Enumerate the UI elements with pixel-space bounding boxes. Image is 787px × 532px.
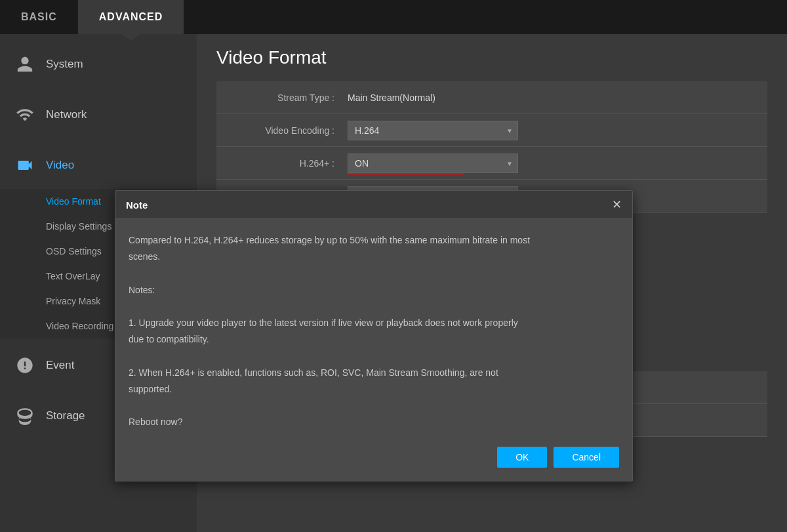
basic-tab[interactable]: BASIC — [0, 0, 78, 34]
dialog-line1: Compared to H.264, H.264+ reduces storag… — [129, 232, 619, 249]
video-icon — [13, 153, 37, 177]
dialog-note2: 2. When H.264+ is enabled, functions suc… — [129, 365, 619, 381]
h264plus-select-wrapper[interactable]: ON OFF — [348, 153, 518, 173]
video-encoding-row: Video Encoding : H.264 H.265 MJPEG — [216, 114, 767, 147]
sidebar-section-system: System — [0, 41, 197, 88]
system-label: System — [46, 58, 83, 71]
stream-type-row: Stream Type : Main Stream(Normal) — [216, 81, 767, 114]
sidebar-item-video[interactable]: Video — [0, 142, 197, 189]
event-icon — [13, 354, 37, 377]
dialog-notes-label: Notes: — [129, 282, 619, 298]
dialog-reboot: Reboot now? — [129, 414, 619, 430]
h264plus-select[interactable]: ON OFF — [348, 153, 518, 173]
storage-icon — [13, 404, 37, 428]
video-encoding-label: Video Encoding : — [216, 125, 348, 136]
h264plus-label: H.264+ : — [216, 158, 348, 169]
dialog-header: Note ✕ — [115, 191, 632, 219]
dialog-note1b: due to compatibility. — [129, 331, 619, 348]
video-encoding-select-wrapper[interactable]: H.264 H.265 MJPEG — [348, 121, 518, 140]
advanced-tab[interactable]: ADVANCED — [78, 0, 184, 34]
system-icon — [13, 52, 37, 76]
note-dialog: Note ✕ Compared to H.264, H.264+ reduces… — [115, 190, 633, 481]
dialog-close-button[interactable]: ✕ — [612, 199, 622, 211]
ok-button[interactable]: OK — [497, 447, 547, 468]
stream-type-label: Stream Type : — [216, 92, 348, 103]
network-label: Network — [46, 108, 87, 121]
red-underline — [348, 173, 464, 174]
stream-type-value: Main Stream(Normal) — [348, 86, 435, 110]
sidebar-item-system[interactable]: System — [0, 41, 197, 88]
video-encoding-select[interactable]: H.264 H.265 MJPEG — [348, 121, 518, 140]
dialog-body: Compared to H.264, H.264+ reduces storag… — [115, 219, 632, 437]
dialog-line2: scenes. — [129, 249, 619, 265]
dialog-note2b: supported. — [129, 381, 619, 398]
video-label: Video — [46, 159, 74, 172]
sidebar-section-network: Network — [0, 91, 197, 138]
page-title: Video Format — [216, 47, 767, 68]
dialog-note1: 1. Upgrade your video player to the late… — [129, 315, 619, 331]
h264plus-row: H.264+ : ON OFF — [216, 147, 767, 180]
event-label: Event — [46, 359, 74, 372]
dialog-title: Note — [126, 199, 148, 211]
storage-label: Storage — [46, 409, 85, 422]
cancel-button[interactable]: Cancel — [554, 447, 619, 468]
network-icon — [13, 103, 37, 127]
sidebar-item-network[interactable]: Network — [0, 91, 197, 138]
dialog-footer: OK Cancel — [115, 437, 632, 481]
